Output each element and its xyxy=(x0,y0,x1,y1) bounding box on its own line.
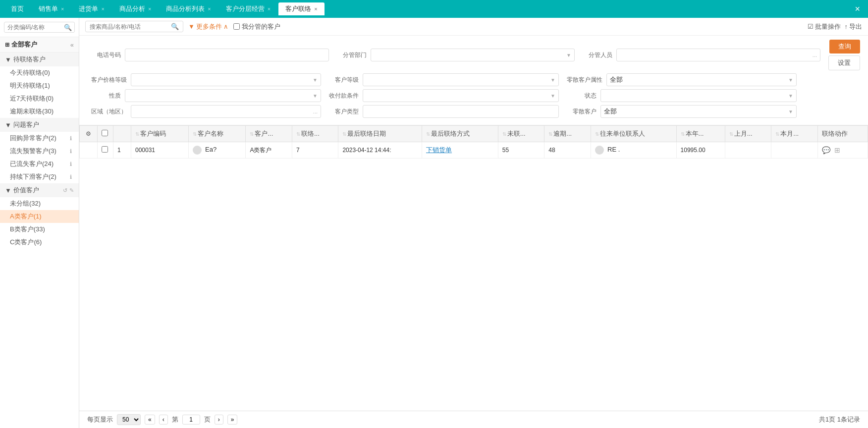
close-tab-customer-segment-icon[interactable]: × xyxy=(268,6,271,12)
sidebar-group-problem-customer[interactable]: ▼ 问题客户 xyxy=(0,118,79,132)
col-settings[interactable]: ⚙ xyxy=(80,126,98,142)
close-tab-sales-icon[interactable]: × xyxy=(61,6,64,12)
sidebar-group-value-customer[interactable]: ▼ 价值客户 ↺ ✎ xyxy=(0,183,79,197)
field-status-input[interactable]: ▼ xyxy=(600,89,797,102)
filter-right-actions: ☑ 批量操作 ↑ 导出 xyxy=(808,22,863,31)
sidebar-item-churned[interactable]: 已流失客户(24) ℹ xyxy=(0,158,79,170)
close-tab-analysis-icon[interactable]: × xyxy=(148,6,151,12)
field-nature-input[interactable]: ▼ xyxy=(125,89,321,102)
contact-action-icon[interactable]: 💬 xyxy=(822,146,830,154)
refresh-icon[interactable]: ↺ xyxy=(63,187,67,194)
sidebar-item-class-b[interactable]: B类客户(33) xyxy=(0,223,79,236)
first-page-btn[interactable]: « xyxy=(145,415,155,425)
sidebar-item-today-contact[interactable]: 今天待联络(0) xyxy=(0,66,79,79)
my-customers-checkbox[interactable] xyxy=(233,23,240,30)
chevron-down-icon: ∧ xyxy=(223,23,228,30)
close-tab-customer-contact-icon[interactable]: × xyxy=(314,6,317,12)
row-this-year-cell: 10995.00 xyxy=(676,142,725,159)
close-all-btn[interactable]: × xyxy=(851,4,864,14)
field-manager-input[interactable]: ... xyxy=(616,49,820,61)
nav-tab-customer-contact[interactable]: 客户联络 × xyxy=(278,2,324,15)
sidebar-collapse-btn[interactable]: « xyxy=(70,41,74,49)
field-customer-grade: 客户等级 ▼ xyxy=(325,73,563,86)
field-price-grade-input[interactable]: ▼ xyxy=(131,73,321,86)
field-payment-input[interactable]: ▼ xyxy=(363,89,559,102)
sidebar-item-class-c[interactable]: C类客户(6) xyxy=(0,236,79,249)
filter-search-icon[interactable]: 🔍 xyxy=(171,23,179,30)
filter-bar: 🔍 ▼ 更多条件 ∧ 我分管的客户 ☑ 批量操作 ↑ 导出 xyxy=(79,18,868,36)
edit-value-icon[interactable]: ✎ xyxy=(69,187,74,194)
sidebar-search-icon[interactable]: 🔍 xyxy=(64,24,72,31)
nav-tab-home[interactable]: 首页 xyxy=(4,2,31,15)
col-this-year[interactable]: ⇅本年... xyxy=(676,126,725,142)
sidebar-item-tomorrow-contact[interactable]: 明天待联络(1) xyxy=(0,79,79,92)
col-this-month[interactable]: ⇅本月... xyxy=(771,126,818,142)
field-retail-attr-input[interactable]: 全部▼ xyxy=(606,73,797,86)
sidebar-item-churn-warning[interactable]: 流失预警客户(3) ℹ xyxy=(0,145,79,158)
col-unit-contact[interactable]: ⇅往来单位联系人 xyxy=(591,126,676,142)
total-info: 共1页 1条记录 xyxy=(819,415,860,424)
per-page-select[interactable]: 50 xyxy=(117,414,141,425)
field-payment: 收付款条件 ▼ xyxy=(325,89,563,102)
col-overdue[interactable]: ⇅逾期... xyxy=(544,126,591,142)
row-select-checkbox[interactable] xyxy=(102,146,108,153)
query-button[interactable]: 查询 xyxy=(829,40,860,54)
sidebar-search-area: 🔍 xyxy=(0,18,79,37)
col-checkbox xyxy=(98,126,113,142)
settings-button[interactable]: 设置 xyxy=(828,55,860,70)
table-row: 1 000031 Ea? A类客户 7 2023-04-12 14:44: 下销… xyxy=(80,142,868,159)
close-tab-purchase-icon[interactable]: × xyxy=(101,6,104,12)
field-status: 状态 ▼ xyxy=(563,89,801,102)
field-retail-customer-input[interactable]: 全部▼ xyxy=(600,105,797,118)
avatar xyxy=(193,146,202,155)
row-settings-cell xyxy=(80,142,98,159)
adv-filter-row-4: 区域（地区） ... 客户类型 零散客户 全部▼ xyxy=(87,105,860,118)
top-nav: 首页 销售单 × 进货单 × 商品分析 × 商品分析列表 × 客户分层经营 × … xyxy=(0,0,868,18)
sidebar-item-class-a[interactable]: A类客户(1) xyxy=(0,210,79,223)
all-customers-header[interactable]: ⊞ 全部客户 « xyxy=(0,37,79,53)
info-icon-churned: ℹ xyxy=(70,161,72,167)
field-customer-type-input[interactable] xyxy=(363,105,559,118)
batch-operation-btn[interactable]: ☑ 批量操作 xyxy=(808,22,841,31)
field-dept: 分管部门 ▼ xyxy=(333,49,579,61)
col-code[interactable]: ⇅客户编码 xyxy=(131,126,189,142)
nav-tab-sales[interactable]: 销售单 × xyxy=(32,2,71,15)
close-tab-analysis-list-icon[interactable]: × xyxy=(208,6,211,12)
more-filters-btn[interactable]: ▼ 更多条件 ∧ xyxy=(188,22,228,31)
filter-search-input[interactable] xyxy=(90,23,169,30)
field-dept-input[interactable]: ▼ xyxy=(371,49,575,61)
col-last-contact-date[interactable]: ⇅最后联络日期 xyxy=(338,126,422,142)
sidebar-item-overdue-contact[interactable]: 逾期未联络(30) xyxy=(0,105,79,118)
field-nature: 性质 ▼ xyxy=(87,89,325,102)
nav-tab-analysis[interactable]: 商品分析 × xyxy=(112,2,158,15)
page-input[interactable] xyxy=(182,415,200,425)
sidebar-item-7day-contact[interactable]: 近7天待联络(0) xyxy=(0,92,79,105)
sidebar-group-pending-contact[interactable]: ▼ 待联络客户 xyxy=(0,53,79,66)
row-last-contact-method-cell[interactable]: 下销货单 xyxy=(422,142,498,159)
row-name-cell: Ea? xyxy=(188,142,246,159)
col-last-contact-method[interactable]: ⇅最后联络方式 xyxy=(422,126,498,142)
sidebar-item-declining[interactable]: 持续下滑客户(2) ℹ xyxy=(0,170,79,183)
sidebar-item-abnormal-repurchase[interactable]: 回购异常客户(2) ℹ xyxy=(0,132,79,145)
next-page-btn[interactable]: › xyxy=(215,415,223,425)
export-btn[interactable]: ↑ 导出 xyxy=(845,22,863,31)
adv-filter-row-3: 性质 ▼ 收付款条件 ▼ 状态 ▼ xyxy=(87,89,860,102)
col-last-month[interactable]: ⇅上月... xyxy=(725,126,771,142)
last-page-btn[interactable]: » xyxy=(227,415,238,425)
select-all-checkbox[interactable] xyxy=(102,130,108,136)
more-action-icon[interactable]: ⊞ xyxy=(834,146,840,154)
arrow-down-icon-problem: ▼ xyxy=(5,121,11,129)
unit-contact-avatar xyxy=(595,146,604,155)
field-customer-grade-input[interactable]: ▼ xyxy=(363,73,559,86)
sidebar-item-unclassified[interactable]: 未分组(32) xyxy=(0,197,79,210)
prev-page-btn[interactable]: ‹ xyxy=(159,415,168,425)
field-region-input[interactable]: ... xyxy=(131,105,321,118)
col-grade[interactable]: ⇅客户... xyxy=(246,126,292,142)
col-no-contact[interactable]: ⇅未联... xyxy=(498,126,544,142)
nav-tab-analysis-list[interactable]: 商品分析列表 × xyxy=(159,2,217,15)
col-contact[interactable]: ⇅联络... xyxy=(292,126,338,142)
col-name[interactable]: ⇅客户名称 xyxy=(188,126,246,142)
nav-tab-customer-segment[interactable]: 客户分层经营 × xyxy=(219,2,277,15)
nav-tab-purchase[interactable]: 进货单 × xyxy=(72,2,111,15)
field-phone-input[interactable] xyxy=(125,49,329,61)
